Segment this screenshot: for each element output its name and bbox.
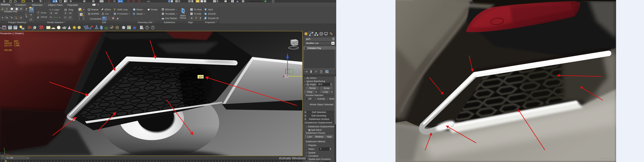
svg-text:gum: gum xyxy=(199,76,203,78)
svg-text:ABC: ABC xyxy=(147,0,150,2)
svg-text:0x: 0x xyxy=(116,27,118,29)
svg-text:108.296: 108.296 xyxy=(4,49,12,52)
svg-text:y: y xyxy=(4,147,5,150)
svg-text:HF: HF xyxy=(110,26,113,29)
svg-text:106,824: 106,824 xyxy=(4,42,12,44)
svg-text:FPS:: FPS: xyxy=(0,49,0,52)
svg-text:NetCarShow.com: NetCarShow.com xyxy=(600,158,616,160)
svg-text:NetCarShow.com: NetCarShow.com xyxy=(396,0,414,2)
svg-text:[ Perspective ] [ Shaded ]: [ Perspective ] [ Shaded ] xyxy=(0,32,24,35)
svg-text:119,174: 119,174 xyxy=(4,44,12,47)
svg-text:Total: Total xyxy=(4,40,8,42)
svg-text:MCH: MCH xyxy=(292,43,294,44)
svg-text:gum: gum xyxy=(14,40,18,42)
svg-text:30: 30 xyxy=(204,18,206,20)
svg-text:Polys:: Polys: xyxy=(0,42,0,44)
svg-text:2,496: 2,496 xyxy=(14,44,20,47)
svg-text:1,822: 1,822 xyxy=(14,42,20,44)
svg-text:Verts:: Verts: xyxy=(0,44,0,47)
